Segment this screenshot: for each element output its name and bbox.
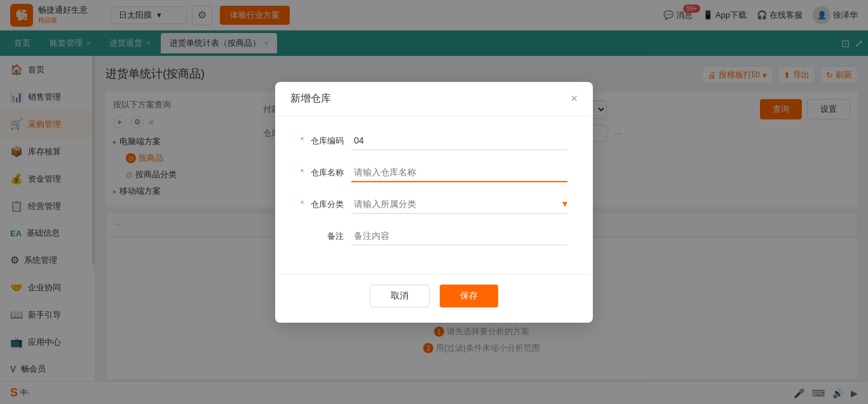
- add-warehouse-modal: 新增仓库 × 仓库编码 仓库名称 仓库分类 ▾: [275, 82, 593, 323]
- modal-body: 仓库编码 仓库名称 仓库分类 ▾ 备注: [275, 116, 593, 274]
- note-label: 备注: [301, 231, 351, 242]
- category-label: 仓库分类: [301, 199, 351, 210]
- modal-title: 新增仓库: [290, 92, 331, 105]
- modal-footer: 取消 保存: [275, 274, 593, 323]
- form-row-name: 仓库名称: [301, 163, 567, 182]
- modal-header: 新增仓库 ×: [275, 82, 593, 116]
- form-row-note: 备注: [301, 227, 567, 246]
- name-label: 仓库名称: [301, 167, 351, 178]
- code-label: 仓库编码: [301, 135, 351, 147]
- note-input[interactable]: [351, 227, 567, 246]
- category-dropdown-icon[interactable]: ▾: [562, 198, 567, 210]
- form-row-category: 仓库分类 ▾: [301, 195, 567, 214]
- category-input[interactable]: [351, 195, 562, 213]
- cancel-button[interactable]: 取消: [370, 285, 430, 307]
- form-row-code: 仓库编码: [301, 131, 567, 151]
- name-input[interactable]: [351, 163, 567, 182]
- category-input-wrapper: ▾: [351, 195, 567, 214]
- code-input[interactable]: [351, 131, 567, 151]
- modal-overlay: 新增仓库 × 仓库编码 仓库名称 仓库分类 ▾: [0, 0, 868, 404]
- modal-close-btn[interactable]: ×: [571, 92, 578, 105]
- save-button[interactable]: 保存: [440, 285, 498, 307]
